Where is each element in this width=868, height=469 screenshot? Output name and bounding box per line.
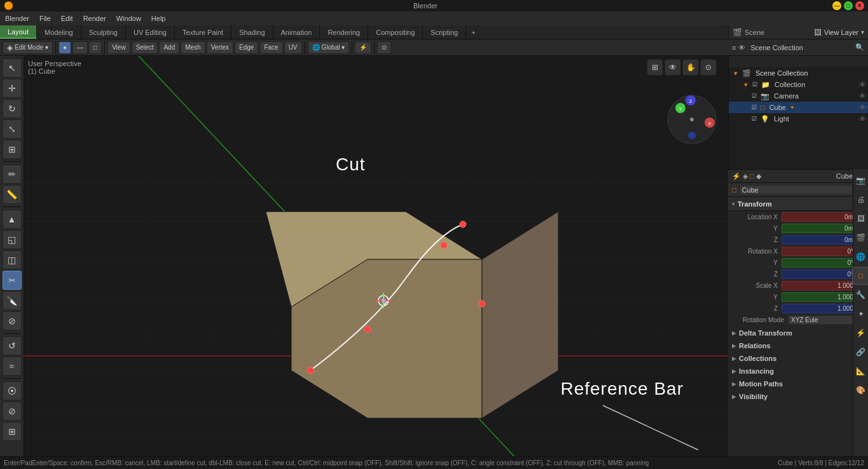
location-y-field[interactable]: 0m [782, 224, 857, 233]
maximize-button[interactable]: □ [844, 1, 853, 10]
ol-light[interactable]: ☑ 💡 Light 👁 [729, 113, 868, 125]
view-mode-faces[interactable]: □ [89, 41, 102, 54]
tool-cursor[interactable]: ↖ [3, 58, 22, 78]
scale-z-field[interactable]: 1.000 [782, 304, 857, 313]
tab-sculpting[interactable]: Sculpting [81, 25, 126, 39]
vertex-button[interactable]: Vertex [207, 41, 233, 54]
ol-scene-collection[interactable]: ▾ 🎬 Scene Collection [729, 67, 868, 79]
tool-shrink[interactable]: ⦿ [3, 381, 22, 400]
menu-blender[interactable]: Blender [0, 11, 34, 25]
tool-loop-cut[interactable]: ✂ [3, 271, 22, 290]
tool-bevel[interactable]: ◫ [3, 250, 22, 269]
material-tab[interactable]: 🎨 [852, 381, 869, 399]
props-icon3[interactable]: □ [750, 172, 754, 180]
tool-smooth[interactable]: ≈ [3, 357, 22, 376]
menu-window[interactable]: Window [111, 11, 146, 25]
scale-x-field[interactable]: 1.000 [782, 281, 857, 290]
particles-tab[interactable]: ✦ [852, 305, 869, 323]
ol-coll-checkbox[interactable]: ☑ [752, 81, 757, 88]
close-button[interactable]: ✕ [855, 1, 864, 10]
props-icon4[interactable]: ◆ [756, 172, 761, 180]
add-button[interactable]: Add [159, 41, 179, 54]
tool-extrude[interactable]: ▲ [3, 210, 22, 229]
face-button[interactable]: Face [259, 41, 282, 54]
object-name-input[interactable] [739, 185, 853, 195]
tab-texture-paint[interactable]: Texture Paint [175, 25, 231, 39]
tool-spin[interactable]: ↺ [3, 336, 22, 355]
ol-camera[interactable]: ☑ 📷 Camera 👁 [729, 90, 868, 102]
tool-knife[interactable]: 🔪 [3, 291, 22, 310]
tab-animation[interactable]: Animation [273, 25, 320, 39]
constraints-tab[interactable]: 🔗 [852, 343, 869, 361]
uv-button[interactable]: UV [284, 41, 302, 54]
proportional-toggle[interactable]: ⊙ [377, 41, 391, 54]
output-tab[interactable]: 🖨 [852, 191, 869, 208]
menu-edit[interactable]: Edit [56, 11, 78, 25]
tab-scripting[interactable]: Scripting [423, 25, 466, 39]
tab-modeling[interactable]: Modeling [37, 25, 81, 39]
tab-uv-editing[interactable]: UV Editing [126, 25, 175, 39]
add-workspace-button[interactable]: + [466, 29, 480, 36]
ol-cube-eye[interactable]: 👁 [859, 104, 866, 111]
motion-paths-section[interactable]: ▶ Motion Paths [728, 377, 868, 390]
tab-shading[interactable]: Shading [231, 25, 273, 39]
tool-bisect[interactable]: ⊘ [3, 311, 22, 330]
relations-section[interactable]: ▶ Relations [728, 339, 868, 352]
object-properties-tab[interactable]: □ [852, 267, 869, 285]
ol-cube[interactable]: ☑ □ Cube ✦ 👁 [729, 102, 868, 113]
instancing-section[interactable]: ▶ Instancing [728, 365, 868, 377]
select-button[interactable]: Select [132, 41, 158, 54]
tool-scale[interactable]: ⤡ [3, 119, 22, 139]
location-x-field[interactable]: 0m [782, 212, 857, 222]
rotation-x-field[interactable]: 0° [782, 247, 857, 256]
mesh-button[interactable]: Mesh [181, 41, 205, 54]
outliner-search[interactable]: 🔍 [855, 43, 864, 51]
transform-selector[interactable]: 🌐 Global ▾ [308, 41, 350, 54]
rotation-y-field[interactable]: 0° [782, 258, 857, 268]
tool-move[interactable]: ✛ [3, 79, 22, 98]
ol-cube-checkbox[interactable]: ☑ [752, 104, 757, 111]
ol-collection[interactable]: ▾ ☑ 📁 Collection 👁 [729, 79, 868, 90]
delta-transform-section[interactable]: ▶ Delta Transform [728, 327, 868, 339]
tool-inset[interactable]: ◱ [3, 230, 22, 249]
location-z-field[interactable]: 0m [782, 235, 857, 245]
scale-y-field[interactable]: 1.000 [782, 292, 857, 302]
menu-file[interactable]: File [34, 11, 56, 25]
tool-measure[interactable]: 📏 [3, 185, 22, 204]
tab-rendering[interactable]: Rendering [320, 25, 368, 39]
tab-compositing[interactable]: Compositing [368, 25, 423, 39]
tool-annotate[interactable]: ✏ [3, 165, 22, 184]
transform-header[interactable]: ▾ Transform [728, 197, 868, 211]
menu-help[interactable]: Help [146, 11, 171, 25]
mode-selector[interactable]: ◈ Edit Mode ▾ [3, 41, 53, 54]
main-viewport[interactable]: X Y Z ⊞ 👁 ✋ ⊙ [24, 56, 728, 463]
tab-layout[interactable]: Layout [0, 25, 37, 39]
ol-coll-eye[interactable]: 👁 [859, 81, 866, 88]
tool-rip[interactable]: ⊞ [3, 422, 22, 441]
view-layer-tab[interactable]: 🖼 [852, 210, 869, 228]
view-button[interactable]: View [107, 41, 130, 54]
ol-light-checkbox[interactable]: ☑ [752, 116, 757, 122]
ol-cam-eye[interactable]: 👁 [859, 92, 866, 100]
tool-rotate[interactable]: ↻ [3, 99, 22, 118]
visibility-section[interactable]: ▶ Visibility [728, 390, 868, 403]
props-icon1[interactable]: ⚡ [732, 172, 741, 180]
ol-light-eye[interactable]: 👁 [859, 115, 866, 123]
physics-tab[interactable]: ⚡ [852, 324, 869, 342]
props-icon2[interactable]: ◈ [743, 172, 748, 180]
render-properties-tab[interactable]: 📷 [852, 172, 869, 189]
edge-button[interactable]: Edge [235, 41, 258, 54]
collections-section[interactable]: ▶ Collections [728, 352, 868, 365]
data-tab[interactable]: 📐 [852, 362, 869, 380]
world-tab[interactable]: 🌐 [852, 248, 869, 266]
viewlayer-expand[interactable]: ▾ [861, 29, 864, 36]
modifier-tab[interactable]: 🔧 [852, 286, 869, 304]
minimize-button[interactable]: — [832, 1, 841, 10]
snap-toggle[interactable]: ⚡ [355, 41, 371, 54]
ol-cam-checkbox[interactable]: ☑ [752, 93, 757, 99]
scene-tab[interactable]: 🎬 [852, 229, 869, 247]
tool-shear[interactable]: ⊘ [3, 402, 22, 421]
tool-transform[interactable]: ⊞ [3, 140, 22, 159]
view-mode-edges[interactable]: — [72, 41, 88, 54]
rotation-z-field[interactable]: 0° [782, 269, 857, 279]
